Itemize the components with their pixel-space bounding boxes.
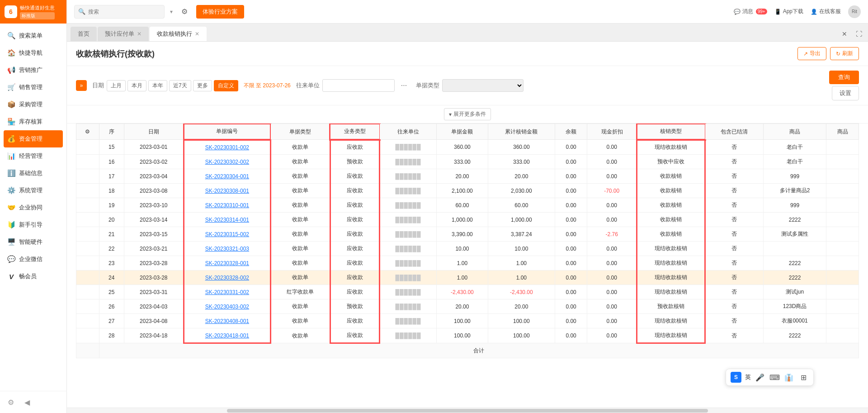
date-btn-7days[interactable]: 近7天 — [169, 80, 191, 91]
col-header-goods2[interactable]: 商品 — [826, 124, 859, 140]
tab-home[interactable]: 首页 — [71, 27, 97, 41]
col-header-cumulative[interactable]: 累计核销金额 — [488, 124, 555, 140]
sidebar-item-guide[interactable]: 🔰 新手引导 — [0, 216, 66, 233]
col-header-unit[interactable]: 往来单位 — [380, 124, 437, 140]
unit-input[interactable] — [322, 79, 395, 92]
sidebar-item-finance[interactable]: 💰 资金管理 — [4, 130, 63, 147]
col-header-goods[interactable]: 商品 — [763, 124, 826, 140]
sidebar-item-marketing[interactable]: 📢 营销推广 — [0, 62, 66, 79]
tab-close-btn[interactable]: ✕ — [839, 28, 850, 39]
table-row[interactable]: 252023-03-31SK-20230331-002红字收款单应收款█████… — [76, 285, 859, 299]
date-btn-last-month[interactable]: 上月 — [107, 80, 126, 91]
industry-btn[interactable]: 体验行业方案 — [196, 5, 244, 19]
sidebar-item-hardware[interactable]: 🖥️ 智能硬件 — [0, 233, 66, 251]
bill-no-link[interactable]: SK-20230315-002 — [184, 227, 270, 242]
tab-collection-close[interactable]: ✕ — [195, 31, 199, 37]
bill-type-select[interactable] — [442, 79, 524, 92]
sidebar-item-sales[interactable]: 🛒 销售管理 — [0, 79, 66, 96]
col-header-bill-type[interactable]: 单据类型 — [270, 124, 330, 140]
table-row[interactable]: 202023-03-14SK-20230314-001收款单应收款██████1… — [76, 213, 859, 227]
table-row[interactable]: 152023-03-01SK-20230301-002收款单应收款██████3… — [76, 140, 859, 155]
expand-more-btn[interactable]: ▾ 展开更多条件 — [444, 108, 491, 120]
col-header-amount[interactable]: 单据金额 — [436, 124, 488, 140]
table-row[interactable]: 172023-03-04SK-20230304-001收款单应收款██████2… — [76, 169, 859, 184]
sidebar-item-basic[interactable]: ℹ️ 基础信息 — [0, 165, 66, 182]
col-header-bill-no[interactable]: 单据编号 — [184, 124, 270, 140]
ime-clothes-btn[interactable]: 👔 — [783, 372, 794, 383]
col-header-gear[interactable]: ⚙ — [76, 124, 99, 140]
topbar-arrow-icon[interactable]: ▾ — [170, 9, 173, 15]
service-btn[interactable]: 👤 在线客服 — [811, 8, 841, 15]
bill-no-link[interactable]: SK-20230308-001 — [184, 184, 270, 198]
user-avatar[interactable]: Rit — [848, 5, 861, 18]
sidebar-collapse-btn[interactable]: ◀ — [21, 396, 33, 408]
sidebar-settings-btn[interactable]: ⚙ — [5, 396, 17, 408]
bill-no-link[interactable]: SK-20230418-001 — [184, 328, 270, 343]
sidebar-item-operation[interactable]: 📊 经营管理 — [0, 147, 66, 165]
unit-dots-btn[interactable]: ··· — [397, 81, 410, 90]
sidebar-item-inventory[interactable]: 🏪 库存核算 — [0, 113, 66, 130]
table-row[interactable]: 192023-03-10SK-20230310-001收款单应收款██████6… — [76, 198, 859, 213]
refresh-btn[interactable]: ↻ 刷新 — [830, 47, 859, 60]
col-header-biz-type[interactable]: 业务类型 — [330, 124, 380, 140]
sidebar-item-search[interactable]: 🔍 搜索菜单 — [0, 27, 66, 44]
table-row[interactable]: 282023-04-18SK-20230418-001收款单应收款██████1… — [76, 328, 859, 343]
date-btn-this-month[interactable]: 本月 — [127, 80, 146, 91]
bill-no-link[interactable]: SK-20230321-003 — [184, 242, 270, 256]
sidebar-item-system[interactable]: ⚙️ 系统管理 — [0, 182, 66, 199]
col-header-include-settled[interactable]: 包含已结清 — [705, 124, 764, 140]
setting-btn[interactable]: 设置 — [832, 86, 859, 100]
query-btn[interactable]: 查询 — [829, 71, 859, 84]
table-cell: ██████ — [380, 140, 437, 155]
topbar-search-box[interactable]: 🔍 — [74, 5, 165, 19]
bill-no-link[interactable]: SK-20230310-001 — [184, 198, 270, 213]
bill-no-link[interactable]: SK-20230302-002 — [184, 155, 270, 169]
ime-mic-btn[interactable]: 🎤 — [755, 372, 765, 383]
date-btn-this-year[interactable]: 本年 — [148, 80, 167, 91]
bill-no-link[interactable]: SK-20230408-001 — [184, 314, 270, 328]
table-row[interactable]: 222023-03-21SK-20230321-003收款单应收款██████1… — [76, 242, 859, 256]
bill-no-link[interactable]: SK-20230304-001 — [184, 169, 270, 184]
tab-pending[interactable]: 预计应付单 ✕ — [98, 27, 149, 41]
sidebar-item-purchase[interactable]: 📦 采购管理 — [0, 96, 66, 113]
date-btn-more[interactable]: 更多 — [193, 80, 212, 91]
horizontal-scrollbar[interactable] — [67, 408, 868, 413]
table-cell: -2,430.00 — [436, 285, 488, 299]
col-header-cancel-type[interactable]: 核销类型 — [637, 124, 705, 140]
app-download-btn[interactable]: 📱 App下载 — [774, 8, 803, 15]
ime-grid-btn[interactable]: ⊞ — [798, 372, 809, 383]
bill-no-link[interactable]: SK-20230301-002 — [184, 140, 270, 155]
ime-keyboard-btn[interactable]: ⌨ — [769, 372, 780, 383]
search-input[interactable] — [88, 9, 160, 15]
table-row[interactable]: 272023-04-08SK-20230408-001收款单应收款██████1… — [76, 314, 859, 328]
table-row[interactable]: 232023-03-28SK-20230328-001收款单应收款██████1… — [76, 256, 859, 271]
table-cell: 收款核销 — [637, 198, 705, 213]
scrollbar-thumb[interactable] — [227, 409, 708, 413]
table-row[interactable]: 182023-03-08SK-20230308-001收款单应收款██████2… — [76, 184, 859, 198]
col-header-balance[interactable]: 余额 — [555, 124, 587, 140]
tab-expand-btn[interactable]: ⛶ — [854, 28, 864, 39]
sidebar-item-member[interactable]: V 畅会员 — [0, 268, 66, 285]
export-btn[interactable]: ↗ 导出 — [797, 47, 826, 60]
sidebar-item-wechat[interactable]: 💬 企业微信 — [0, 251, 66, 268]
table-row[interactable]: 212023-03-15SK-20230315-002收款单应收款██████3… — [76, 227, 859, 242]
tab-pending-close[interactable]: ✕ — [137, 31, 142, 37]
tab-collection[interactable]: 收款核销执行 ✕ — [150, 27, 207, 41]
bill-no-link[interactable]: SK-20230403-002 — [184, 299, 270, 314]
messages-btn[interactable]: 💬 消息 99+ — [734, 8, 767, 15]
col-header-discount[interactable]: 现金折扣 — [587, 124, 637, 140]
date-btn-custom[interactable]: 自定义 — [214, 80, 238, 91]
bill-no-link[interactable]: SK-20230331-002 — [184, 285, 270, 299]
table-row[interactable]: 162023-03-02SK-20230302-002收款单预收款██████3… — [76, 155, 859, 169]
table-row[interactable]: 242023-03-28SK-20230328-002收款单应收款██████1… — [76, 271, 859, 285]
sidebar-item-shortcut[interactable]: 🏠 快捷导航 — [0, 44, 66, 62]
col-header-date[interactable]: 日期 — [124, 124, 184, 140]
bill-no-link[interactable]: SK-20230328-002 — [184, 271, 270, 285]
table-row[interactable]: 262023-04-03SK-20230403-002收款单预收款██████2… — [76, 299, 859, 314]
topbar-gear-btn[interactable]: ⚙ — [178, 5, 191, 18]
bill-no-link[interactable]: SK-20230328-001 — [184, 256, 270, 271]
table-cell — [76, 299, 99, 314]
sidebar-item-corp[interactable]: 🤝 企业协同 — [0, 199, 66, 216]
bill-no-link[interactable]: SK-20230314-001 — [184, 213, 270, 227]
filter-toggle-btn[interactable]: » — [76, 80, 87, 91]
